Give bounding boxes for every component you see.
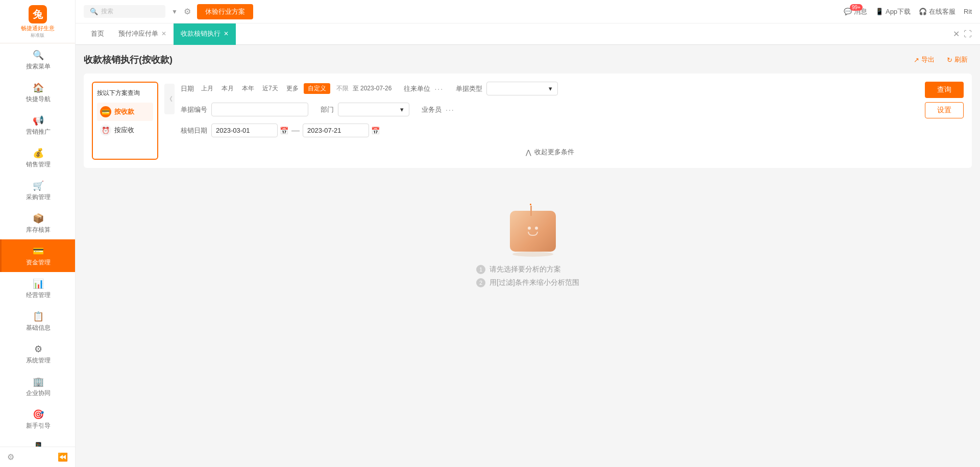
settings-icon[interactable]: ⚙: [7, 452, 14, 462]
dept-field: 部门 ▾: [321, 103, 409, 116]
app-download-button[interactable]: 📱 App下载: [875, 7, 911, 16]
refresh-button[interactable]: ↻ 刷新: [943, 53, 972, 66]
dept-arrow: ▾: [400, 106, 404, 113]
verify-date-field: 核销日期 📅 — 📅: [181, 124, 380, 137]
sidebar-label-enterprise: 企业协同: [26, 389, 51, 398]
date-opt-more[interactable]: 更多: [283, 83, 302, 94]
system-icon: ⚙: [34, 343, 42, 355]
counterparty-field: 往来单位 ···: [404, 84, 444, 93]
date-opt-this-month[interactable]: 本月: [218, 83, 237, 94]
sidebar-item-purchase[interactable]: 🛒 采购管理: [0, 174, 75, 207]
doc-type-select[interactable]: ▾: [486, 82, 558, 95]
dept-select[interactable]: ▾: [338, 103, 409, 116]
sidebar-item-operation[interactable]: 📊 经营管理: [0, 272, 75, 305]
sidebar-item-sales[interactable]: 💰 销售管理: [0, 141, 75, 174]
date-opt-this-year[interactable]: 本年: [239, 83, 257, 94]
sidebar-item-system[interactable]: ⚙ 系统管理: [0, 337, 75, 370]
tip-num-2: 2: [476, 278, 485, 287]
date-opt-last-month[interactable]: 上月: [198, 83, 216, 94]
window-expand-icon[interactable]: ⛶: [964, 30, 972, 39]
empty-box-face: [528, 227, 538, 236]
staff-dots[interactable]: ···: [446, 106, 455, 114]
counterparty-dots[interactable]: ···: [434, 85, 444, 93]
search-text: 搜索: [101, 7, 113, 16]
tab-prepay-label: 预付冲应付单: [118, 29, 158, 38]
user-name[interactable]: Rit: [964, 8, 972, 15]
empty-shadow: [512, 252, 553, 257]
calendar-end-icon[interactable]: 📅: [371, 127, 380, 135]
sidebar-item-marketing[interactable]: 📢 营销推广: [0, 109, 75, 141]
empty-tips: 1 请先选择要分析的方案 2 用[过滤]条件来缩小分析范围: [476, 265, 579, 291]
sidebar-footer: ⚙ ⏪: [0, 447, 75, 467]
logo-sub: 标准版: [31, 32, 44, 39]
filter-scheme-panel: 按以下方案查询 💳 按收款 ⏰ 按应收: [92, 82, 158, 160]
verify-date-range: 📅 — 📅: [211, 124, 380, 137]
calendar-start-icon[interactable]: 📅: [280, 127, 288, 135]
tip-num-1: 1: [476, 265, 485, 274]
empty-box: [510, 211, 556, 252]
filter-row-3: 核销日期 📅 — 📅: [181, 124, 919, 137]
dept-label: 部门: [321, 105, 334, 114]
sidebar-item-search[interactable]: 🔍 搜索菜单: [0, 43, 75, 76]
logo-icon: 兔: [29, 5, 47, 23]
doc-no-label: 单据编号: [181, 105, 207, 114]
empty-tip-1: 1 请先选择要分析的方案: [476, 265, 579, 274]
receipt-icon: 💳: [100, 106, 111, 117]
filter-row-2: 单据编号 部门 ▾ 业务员: [181, 103, 919, 116]
logo-area: 兔 畅捷通好生意 标准版: [0, 0, 75, 43]
date-opt-7days[interactable]: 近7天: [259, 83, 281, 94]
service-icon: 🎧: [919, 8, 927, 15]
dropdown-arrow-icon[interactable]: ▼: [172, 8, 178, 15]
verify-date-end-input[interactable]: [303, 124, 369, 137]
message-button[interactable]: 💬 消息 99+: [844, 7, 867, 16]
collapse-more-button[interactable]: ⋀ 收起更多条件: [181, 144, 919, 160]
verify-date-label: 核销日期: [181, 126, 207, 135]
filter-option-receivable[interactable]: ⏰ 按应收: [97, 121, 153, 139]
window-close-icon[interactable]: ✕: [953, 29, 960, 39]
verify-date-start-input[interactable]: [211, 124, 278, 137]
empty-illustration: [502, 206, 553, 257]
sidebar-label-purchase: 采购管理: [26, 193, 51, 202]
date-no-limit: 不限: [336, 84, 349, 93]
tab-prepay-close-icon[interactable]: ✕: [161, 30, 166, 37]
sidebar-item-guide[interactable]: 🎯 新手引导: [0, 403, 75, 435]
tab-prepay[interactable]: 预付冲应付单 ✕: [111, 23, 174, 45]
date-to-text: 至 2023-07-26: [353, 84, 392, 93]
filter-scheme-title: 按以下方案查询: [97, 89, 153, 97]
tab-receipt-close-icon[interactable]: ✕: [224, 30, 229, 37]
doc-type-arrow: ▾: [549, 85, 552, 92]
sidebar: 兔 畅捷通好生意 标准版 🔍 搜索菜单 🏠 快捷导航 📢 营销推广 💰 销售管理…: [0, 0, 76, 467]
collapse-filter-button[interactable]: 《: [164, 84, 175, 114]
export-button[interactable]: ↗ 导出: [910, 53, 939, 66]
filter-option-receipt[interactable]: 💳 按收款: [97, 103, 153, 121]
receivable-icon: ⏰: [100, 125, 111, 136]
sidebar-item-finance[interactable]: 💳 资金管理: [0, 239, 75, 272]
sidebar-label-marketing: 营销推广: [26, 128, 51, 136]
settings-button[interactable]: 设置: [925, 102, 964, 118]
basic-icon: 📋: [33, 311, 44, 322]
tab-home[interactable]: 首页: [84, 23, 111, 45]
solution-button[interactable]: 休验行业方案: [197, 4, 253, 19]
staff-label: 业务员: [422, 105, 442, 114]
sidebar-item-basic[interactable]: 📋 基础信息: [0, 305, 75, 337]
date-opt-custom[interactable]: 自定义: [304, 83, 330, 94]
tab-receipt[interactable]: 收款核销执行 ✕: [174, 23, 236, 45]
collapse-sidebar-icon[interactable]: ⏪: [58, 452, 68, 462]
page-content: 收款核销执行(按收款) ↗ 导出 ↻ 刷新 按以下方案查询 💳 按收款: [76, 45, 980, 467]
logo-text: 畅捷通好生意: [21, 24, 55, 32]
refresh-icon: ↻: [947, 56, 952, 64]
page-title: 收款核销执行(按收款): [84, 54, 173, 66]
guide-icon: 🎯: [33, 409, 44, 420]
page-actions: ↗ 导出 ↻ 刷新: [910, 53, 972, 66]
filter-option-receivable-label: 按应收: [114, 126, 134, 135]
sidebar-item-inventory[interactable]: 📦 库存核算: [0, 207, 75, 239]
query-button[interactable]: 查询: [925, 82, 964, 98]
online-service-button[interactable]: 🎧 在线客服: [919, 7, 955, 16]
sidebar-item-quick[interactable]: 🏠 快捷导航: [0, 76, 75, 109]
topbar-gear-icon[interactable]: ⚙: [184, 7, 191, 16]
topbar-search[interactable]: 🔍 搜索: [84, 5, 165, 18]
sidebar-item-enterprise[interactable]: 🏢 企业协同: [0, 370, 75, 403]
doc-no-input[interactable]: [211, 103, 308, 116]
sidebar-label-inventory: 库存核算: [26, 226, 51, 234]
sidebar-item-hardware[interactable]: 📱 智能硬件: [0, 435, 75, 447]
